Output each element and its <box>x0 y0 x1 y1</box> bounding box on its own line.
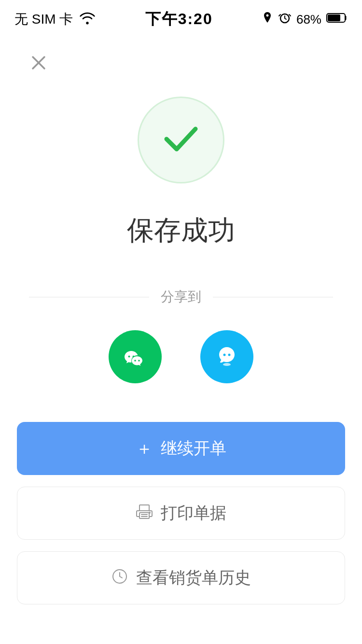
svg-point-9 <box>223 363 231 366</box>
history-button[interactable]: 查看销货单历史 <box>17 551 345 604</box>
svg-rect-12 <box>139 505 149 511</box>
svg-rect-13 <box>139 513 149 518</box>
main-content: 保存成功 分享到 <box>0 39 362 604</box>
divider-right <box>213 297 333 297</box>
status-bar: 无 SIM 卡 下午3:20 68% <box>0 0 362 39</box>
success-title: 保存成功 <box>127 212 235 249</box>
print-icon <box>136 503 153 523</box>
print-label: 打印单据 <box>161 502 226 524</box>
divider-left <box>29 297 149 297</box>
svg-point-16 <box>149 512 151 514</box>
continue-button[interactable]: ＋ 继续开单 <box>17 422 345 475</box>
status-time: 下午3:20 <box>145 9 213 30</box>
plus-icon: ＋ <box>136 440 153 457</box>
alarm-icon <box>278 11 292 28</box>
svg-point-11 <box>228 354 231 356</box>
history-label: 查看销货单历史 <box>136 567 251 589</box>
close-button[interactable] <box>24 48 53 77</box>
share-section: 分享到 <box>0 288 362 383</box>
status-right: 68% <box>262 11 348 28</box>
share-divider: 分享到 <box>0 288 362 306</box>
action-buttons: ＋ 继续开单 打印单据 <box>17 422 345 604</box>
clock-icon <box>111 568 128 588</box>
status-left: 无 SIM 卡 <box>14 10 96 28</box>
location-icon <box>262 11 273 28</box>
wechat-share-button[interactable] <box>109 330 162 383</box>
wifi-icon <box>79 11 96 28</box>
success-circle <box>138 97 224 183</box>
carrier-text: 无 SIM 卡 <box>14 10 73 28</box>
continue-label: 继续开单 <box>161 437 226 460</box>
battery-text: 68% <box>296 12 321 27</box>
svg-rect-2 <box>328 14 340 21</box>
svg-point-10 <box>223 354 226 356</box>
print-button[interactable]: 打印单据 <box>17 487 345 540</box>
share-label: 分享到 <box>149 288 213 306</box>
share-icons-container <box>109 330 253 383</box>
qq-share-button[interactable] <box>200 330 253 383</box>
success-check-icon <box>159 117 203 163</box>
svg-point-8 <box>138 360 140 362</box>
svg-point-5 <box>128 356 130 358</box>
svg-point-7 <box>134 360 136 362</box>
battery-icon <box>326 12 348 27</box>
